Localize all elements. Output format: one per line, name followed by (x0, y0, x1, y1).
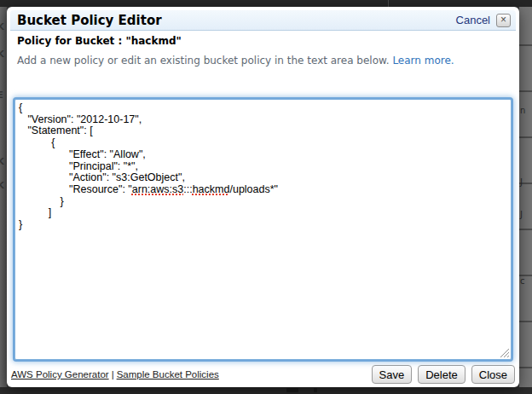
misspelled-text: hackmd (193, 183, 230, 195)
background-page-right: n J J c (519, 0, 532, 394)
resize-grip-icon[interactable] (500, 348, 509, 357)
policy-textarea[interactable]: { "Version": "2012-10-17", "Statement": … (14, 99, 512, 360)
policy-line: "Version": "2012-10-17", (19, 114, 507, 126)
policy-line: "Effect": "Allow", (19, 149, 507, 161)
aws-policy-generator-link[interactable]: AWS Policy Generator (11, 369, 109, 380)
close-button[interactable]: Close (471, 365, 515, 384)
policy-line: } (19, 196, 507, 208)
policy-line: { (19, 102, 507, 114)
policy-line: ] (19, 207, 507, 219)
learn-more-link[interactable]: Learn more. (392, 55, 454, 67)
background-page-left: K K E K K (0, 0, 7, 394)
policy-line: } (19, 219, 507, 231)
close-icon[interactable]: × (496, 14, 511, 27)
footer-links: AWS Policy Generator|Sample Bucket Polic… (11, 369, 219, 380)
save-button[interactable]: Save (372, 365, 413, 384)
policy-line: "Principal": "*", (19, 161, 507, 173)
dialog-footer: AWS Policy Generator|Sample Bucket Polic… (11, 365, 515, 384)
sample-bucket-policies-link[interactable]: Sample Bucket Policies (117, 369, 219, 380)
link-separator: | (112, 369, 114, 380)
dialog-titlebar: Bucket Policy Editor Cancel × (10, 10, 516, 31)
policy-line-resource: "Resource": "arn:aws:s3:::hackmd/uploads… (19, 184, 507, 196)
policy-line: "Statement": [ (19, 125, 507, 137)
policy-bucket-heading: Policy for Bucket : "hackmd" (17, 32, 509, 47)
policy-line: "Action": "s3:GetObject", (19, 172, 507, 184)
bucket-policy-editor-dialog: Bucket Policy Editor Cancel × Policy for… (7, 7, 519, 387)
policy-line: { (19, 137, 507, 149)
dialog-description: Add a new policy or edit an existing buc… (17, 55, 509, 67)
background-page-top (0, 0, 532, 7)
footer-buttons: Save Delete Close (366, 365, 515, 384)
misspelled-text: arn:aws:s3 (132, 183, 183, 195)
cancel-link[interactable]: Cancel (456, 14, 490, 26)
dialog-content: Policy for Bucket : "hackmd" Add a new p… (10, 31, 516, 384)
delete-button[interactable]: Delete (418, 365, 466, 384)
background-page-bottom (0, 387, 532, 394)
dialog-title: Bucket Policy Editor (17, 13, 162, 28)
